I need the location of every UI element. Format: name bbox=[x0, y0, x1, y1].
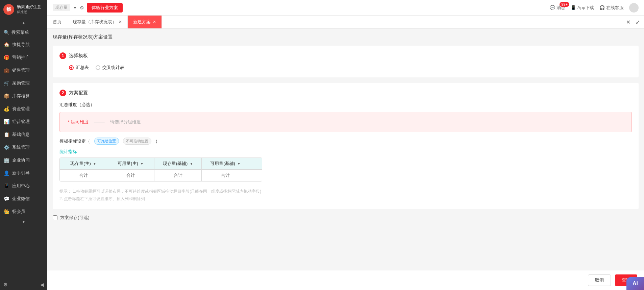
save-option: 方案保存(可选) bbox=[53, 215, 639, 221]
tab-new-plan-label: 新建方案 bbox=[133, 19, 151, 25]
topbar-gear-btn[interactable]: ⚙ bbox=[80, 5, 84, 10]
step1-header: 1 选择模板 bbox=[59, 52, 632, 59]
clipboard-icon: 📋 bbox=[3, 131, 9, 138]
settings-btn[interactable]: ⚙ bbox=[3, 282, 8, 287]
radio-cross-circle bbox=[96, 65, 100, 70]
topbar: 现存量 ▼ ⚙ 体验行业方案 💬 消息 99+ 📱 App下载 🎧 在线客服 bbox=[47, 0, 644, 16]
sidebar-item-label: 快捷导航 bbox=[12, 42, 30, 48]
sidebar-item-purchase[interactable]: 🛒 采购管理 bbox=[0, 77, 47, 90]
message-btn[interactable]: 💬 消息 99+ bbox=[550, 5, 565, 11]
tab-new-plan[interactable]: 新建方案 ✕ bbox=[128, 16, 162, 28]
sidebar-item-label: 销售管理 bbox=[12, 67, 30, 73]
sidebar-item-sales[interactable]: 💼 销售管理 bbox=[0, 64, 47, 77]
table-row-0: 合计 合计 合计 合计 bbox=[60, 169, 262, 181]
mobile-icon: 📱 bbox=[571, 5, 576, 10]
radio-cross-label: 交叉统计表 bbox=[102, 65, 124, 71]
sidebar-item-label: 采购管理 bbox=[12, 80, 30, 86]
stats-section-label: 统计指标 bbox=[59, 149, 632, 155]
sidebar-item-search-menu[interactable]: 🔍 搜索菜单 bbox=[0, 27, 47, 38]
sidebar-item-new-guide[interactable]: 👤 新手引导 bbox=[0, 167, 47, 179]
sidebar-item-enterprise[interactable]: 🏢 企业协同 bbox=[0, 154, 47, 167]
col2-dropdown-icon: ▼ bbox=[140, 162, 144, 166]
sidebar-item-app-center[interactable]: 📱 应用中心 bbox=[0, 179, 47, 192]
non-draggable-badge: 不可拖动位置 bbox=[123, 138, 151, 145]
sidebar-item-operations[interactable]: 📊 经营管理 bbox=[0, 115, 47, 128]
app-download-btn[interactable]: 📱 App下载 bbox=[571, 5, 594, 11]
sidebar-scroll-down[interactable]: ▼ bbox=[0, 218, 47, 225]
sidebar-item-inventory[interactable]: 📦 库存核算 bbox=[0, 90, 47, 102]
sidebar-item-label: 经营管理 bbox=[12, 119, 30, 125]
money-icon: 💰 bbox=[3, 106, 9, 112]
metrics-config-label: 模板指标设定（ 可拖动位置 不可拖动位置 ） bbox=[59, 138, 632, 145]
tab-home[interactable]: 首页 bbox=[47, 16, 67, 28]
sidebar-item-label: 营销推广 bbox=[12, 54, 30, 61]
tab-inventory-label: 现存量（库存状况表） bbox=[73, 19, 117, 25]
stats-table: 现存量(主) ▼ 可用量(主) ▼ 现存量(基辅) ▼ 可用量(基辅) ▼ bbox=[59, 158, 262, 182]
trial-btn[interactable]: 体验行业方案 bbox=[87, 3, 123, 13]
cancel-button[interactable]: 取消 bbox=[588, 274, 611, 286]
tabs-close-btn[interactable]: ✕ bbox=[626, 19, 630, 25]
sidebar-logo: 畅 畅康通好生意 标准版 bbox=[0, 0, 47, 19]
save-checkbox[interactable] bbox=[53, 215, 57, 220]
crown-icon: 👑 bbox=[3, 209, 9, 215]
sidebar-item-system[interactable]: ⚙️ 系统管理 bbox=[0, 141, 47, 154]
radio-cross[interactable]: 交叉统计表 bbox=[96, 65, 124, 71]
sidebar-item-marketing[interactable]: 🎁 营销推广 bbox=[0, 51, 47, 64]
sidebar-item-wechat[interactable]: 💬 企业微信 bbox=[0, 192, 47, 205]
step1-label: 选择模板 bbox=[69, 53, 88, 59]
page-title: 现存量(库存状况表)方案设置 bbox=[53, 34, 639, 40]
dimension-arrow: —— bbox=[94, 119, 105, 125]
sidebar-item-label: 应用中心 bbox=[12, 183, 30, 189]
box-icon: 📦 bbox=[3, 93, 9, 99]
tab-inventory-status[interactable]: 现存量（库存状况表） ✕ bbox=[67, 16, 128, 28]
sidebar-item-label: 系统管理 bbox=[12, 144, 30, 150]
save-label: 方案保存(可选) bbox=[60, 215, 90, 221]
col4-dropdown-icon: ▼ bbox=[237, 162, 241, 166]
tip-line-1: 提示： 1.拖动标题栏可以调整布局，不可跨维度或指标区域拖动栏目字段(只能在同一… bbox=[59, 188, 632, 195]
chat-icon: 💬 bbox=[3, 196, 9, 202]
online-support-label: 在线客服 bbox=[606, 5, 624, 11]
ai-float-btn[interactable]: Ai bbox=[626, 277, 644, 290]
collapse-btn[interactable]: ◀ bbox=[40, 282, 44, 287]
radio-summary[interactable]: 汇总表 bbox=[69, 65, 89, 71]
sidebar-item-label: 企业微信 bbox=[12, 196, 30, 202]
radio-summary-circle bbox=[69, 65, 74, 70]
col3-dropdown-icon: ▼ bbox=[190, 162, 193, 166]
sidebar: 畅 畅康通好生意 标准版 ▲ 🔍 搜索菜单 🏠 快捷导航 🎁 营销推广 💼 销售… bbox=[0, 0, 47, 290]
app-download-label: App下载 bbox=[577, 5, 594, 11]
table-header-col4[interactable]: 可用量(基辅) ▼ bbox=[202, 158, 249, 169]
metrics-label-end: ） bbox=[155, 138, 160, 144]
table-cell-0-1: 合计 bbox=[107, 170, 154, 181]
table-cell-0-0: 合计 bbox=[60, 170, 107, 181]
online-support-btn[interactable]: 🎧 在线客服 bbox=[599, 5, 624, 11]
breadcrumb-text: 现存量 bbox=[53, 4, 70, 11]
table-header-col1[interactable]: 现存量(主) ▼ bbox=[60, 158, 107, 169]
tab-new-plan-close[interactable]: ✕ bbox=[153, 20, 156, 24]
dimension-required-label: * 纵向维度 bbox=[68, 119, 89, 125]
avatar[interactable] bbox=[629, 3, 639, 13]
sidebar-item-basic-info[interactable]: 📋 基础信息 bbox=[0, 128, 47, 141]
table-header-col3[interactable]: 现存量(基辅) ▼ bbox=[154, 158, 202, 169]
table-header-col2[interactable]: 可用量(主) ▼ bbox=[107, 158, 154, 169]
sidebar-item-member[interactable]: 👑 畅会员 bbox=[0, 205, 47, 218]
sidebar-item-finance[interactable]: 💰 资金管理 bbox=[0, 102, 47, 115]
dimension-placeholder: 请选择分组维度 bbox=[110, 119, 141, 125]
gear-icon: ⚙️ bbox=[3, 144, 9, 150]
logo-text: 畅康通好生意 bbox=[17, 4, 41, 10]
gift-icon: 🎁 bbox=[3, 54, 9, 61]
table-cell-0-2: 合计 bbox=[154, 170, 202, 181]
tabs-expand-btn[interactable]: ⤢ bbox=[636, 19, 640, 25]
dimension-box[interactable]: * 纵向维度 —— 请选择分组维度 bbox=[59, 112, 632, 132]
tip-line-2: 2. 点击标题栏下拉可设置排序、插入列和删除列 bbox=[59, 195, 632, 203]
breadcrumb-dropdown-btn[interactable]: ▼ bbox=[73, 5, 77, 10]
tab-inventory-close[interactable]: ✕ bbox=[119, 20, 122, 24]
step1-num: 1 bbox=[59, 52, 66, 59]
step2-header: 2 方案配置 bbox=[59, 90, 632, 96]
sidebar-item-quick-nav[interactable]: 🏠 快捷导航 bbox=[0, 38, 47, 51]
sidebar-scroll-up[interactable]: ▲ bbox=[0, 19, 47, 27]
topbar-left: 现存量 ▼ ⚙ 体验行业方案 bbox=[53, 3, 546, 13]
sidebar-bottom: ⚙ ◀ bbox=[0, 279, 47, 290]
main-area: 现存量 ▼ ⚙ 体验行业方案 💬 消息 99+ 📱 App下载 🎧 在线客服 bbox=[47, 0, 644, 290]
sidebar-item-label: 新手引导 bbox=[12, 170, 30, 176]
radio-summary-dot bbox=[70, 67, 72, 69]
